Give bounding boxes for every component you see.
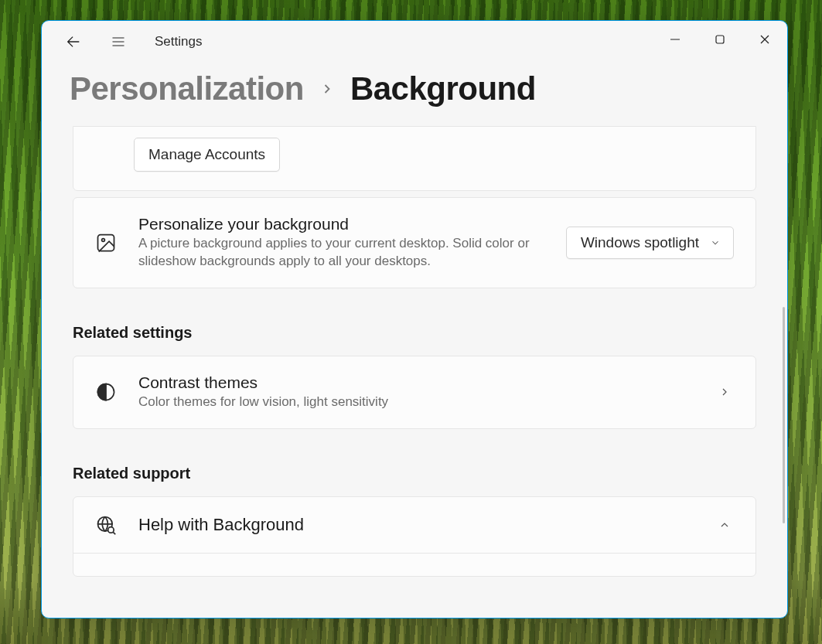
maximize-icon xyxy=(715,34,725,45)
personalize-background-card: Personalize your background A picture ba… xyxy=(73,197,756,288)
help-text: Help with Background xyxy=(138,515,697,535)
accounts-card: Manage Accounts xyxy=(73,126,756,191)
contrast-title: Contrast themes xyxy=(138,373,697,392)
close-icon xyxy=(759,34,770,45)
related-support-heading: Related support xyxy=(73,465,756,482)
contrast-text: Contrast themes Color themes for low vis… xyxy=(138,373,697,411)
svg-line-12 xyxy=(113,532,115,534)
maximize-button[interactable] xyxy=(698,21,742,58)
minimize-icon xyxy=(670,34,680,45)
minimize-button[interactable] xyxy=(653,21,698,58)
background-type-dropdown[interactable]: Windows spotlight xyxy=(566,227,734,259)
chevron-up-icon xyxy=(718,519,734,531)
globe-search-icon xyxy=(95,514,117,536)
close-button[interactable] xyxy=(742,21,787,58)
content-area: Manage Accounts Personalize your backgro… xyxy=(42,126,787,618)
settings-window: Settings Personalization Background Mana… xyxy=(41,20,788,618)
scrollbar[interactable] xyxy=(783,307,785,523)
nav-menu-button[interactable] xyxy=(101,28,136,56)
personalize-text: Personalize your background A picture ba… xyxy=(138,215,544,271)
dropdown-value: Windows spotlight xyxy=(581,234,699,251)
contrast-themes-card[interactable]: Contrast themes Color themes for low vis… xyxy=(73,356,756,429)
chevron-right-icon xyxy=(718,386,734,398)
breadcrumb-current: Background xyxy=(350,70,536,107)
window-controls xyxy=(653,21,787,58)
breadcrumb: Personalization Background xyxy=(42,63,787,126)
svg-rect-7 xyxy=(98,234,114,250)
svg-point-8 xyxy=(102,239,105,242)
arrow-left-icon xyxy=(65,33,82,50)
picture-icon xyxy=(95,232,117,254)
window-title: Settings xyxy=(155,34,202,49)
manage-accounts-button[interactable]: Manage Accounts xyxy=(134,138,280,172)
personalize-title: Personalize your background xyxy=(138,215,544,233)
breadcrumb-parent[interactable]: Personalization xyxy=(70,70,304,107)
title-bar: Settings xyxy=(42,21,787,63)
contrast-description: Color themes for low vision, light sensi… xyxy=(138,394,697,411)
personalize-description: A picture background applies to your cur… xyxy=(138,235,544,271)
chevron-right-icon xyxy=(319,81,335,97)
related-settings-heading: Related settings xyxy=(73,324,756,342)
help-background-card: Help with Background xyxy=(73,496,756,577)
back-button[interactable] xyxy=(56,28,91,56)
svg-point-11 xyxy=(108,526,114,532)
contrast-icon xyxy=(95,381,117,403)
help-background-header[interactable]: Help with Background xyxy=(73,497,755,553)
help-body xyxy=(73,553,755,576)
help-title: Help with Background xyxy=(138,515,697,535)
svg-rect-4 xyxy=(716,36,724,43)
chevron-down-icon xyxy=(710,237,721,248)
hamburger-icon xyxy=(111,34,126,49)
